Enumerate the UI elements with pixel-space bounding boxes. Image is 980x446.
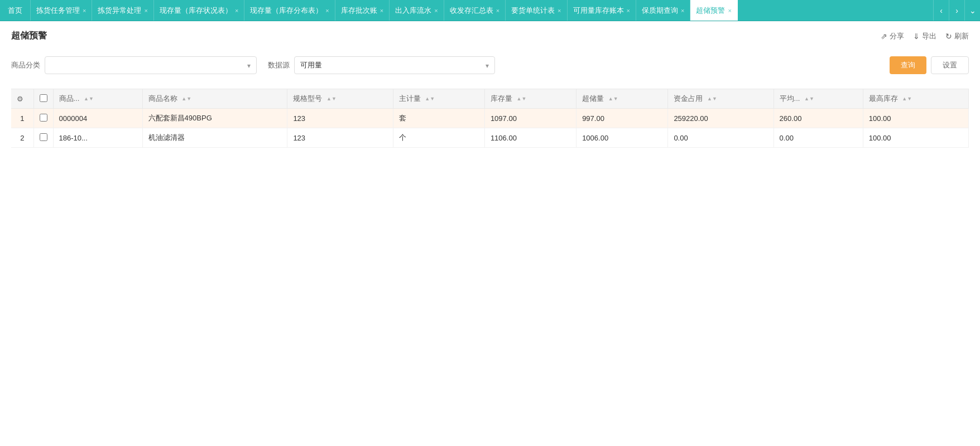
category-chevron-icon <box>247 61 251 70</box>
datasource-filter-group: 数据源 可用量 <box>268 56 495 74</box>
col-overstock[interactable]: 超储量 ▲▼ <box>577 89 668 109</box>
close-tab-9[interactable]: × <box>681 7 684 14</box>
share-icon: ⇗ <box>881 32 887 41</box>
query-button[interactable]: 查询 <box>890 56 926 74</box>
category-filter-group: 商品分类 <box>11 56 257 74</box>
sort-avg-icon: ▲▼ <box>804 96 814 101</box>
share-action[interactable]: ⇗ 分享 <box>881 31 904 41</box>
data-table: ⚙ 商品... ▲▼ 商品名称 ▲▼ 规格型号 ▲▼ 主计量 <box>11 89 969 148</box>
page-header: 超储预警 ⇗ 分享 ⇓ 导出 ↻ 刷新 <box>11 30 969 42</box>
nav-tab-5[interactable]: 出入库流水 × <box>390 0 444 21</box>
category-label: 商品分类 <box>11 60 40 70</box>
row-product-code: 0000004 <box>53 109 142 128</box>
col-settings[interactable]: ⚙ <box>11 89 33 109</box>
row-number: 2 <box>11 128 33 148</box>
header-actions: ⇗ 分享 ⇓ 导出 ↻ 刷新 <box>881 31 969 41</box>
row-stock: 1097.00 <box>484 109 576 128</box>
datasource-chevron-icon <box>486 61 489 70</box>
table-row: 2 186-10... 机油滤清器 123 个 1106.00 1006.00 … <box>11 128 969 148</box>
nav-prev-button[interactable]: ‹ <box>933 0 949 21</box>
col-product-code[interactable]: 商品... ▲▼ <box>53 89 142 109</box>
sort-product-code-icon: ▲▼ <box>84 96 94 101</box>
row-avg: 0.00 <box>774 128 863 148</box>
datasource-select-value: 可用量 <box>300 60 322 70</box>
nav-tab-9[interactable]: 保质期查询 × <box>636 0 690 21</box>
sort-spec-icon: ▲▼ <box>326 96 337 101</box>
nav-tab-10[interactable]: 超储预警 × <box>690 0 737 21</box>
close-tab-3[interactable]: × <box>325 7 329 14</box>
main-content: 超储预警 ⇗ 分享 ⇓ 导出 ↻ 刷新 商品分类 数据源 <box>0 21 980 446</box>
col-max-stock[interactable]: 最高库存 ▲▼ <box>863 89 968 109</box>
table-body: 1 0000004 六配套新昌490BPG 123 套 1097.00 997.… <box>11 109 969 148</box>
row-overstock: 1006.00 <box>577 128 668 148</box>
row-checkbox-cell <box>33 109 53 128</box>
refresh-icon: ↻ <box>945 32 952 41</box>
export-icon: ⇓ <box>913 32 920 41</box>
row-stock: 1106.00 <box>484 128 576 148</box>
row-unit: 套 <box>393 109 484 128</box>
col-stock[interactable]: 库存量 ▲▼ <box>484 89 576 109</box>
close-tab-5[interactable]: × <box>434 7 438 14</box>
row-spec: 123 <box>287 128 393 148</box>
refresh-action[interactable]: ↻ 刷新 <box>945 31 969 41</box>
nav-menu-button[interactable]: ⌄ <box>964 0 980 21</box>
row-checkbox[interactable] <box>40 133 47 141</box>
nav-tab-1[interactable]: 拣货异常处理 × <box>92 0 153 21</box>
nav-tab-4[interactable]: 库存批次账 × <box>335 0 390 21</box>
sort-overstock-icon: ▲▼ <box>608 96 618 101</box>
nav-tab-0[interactable]: 拣货任务管理 × <box>31 0 92 21</box>
close-tab-2[interactable]: × <box>235 7 238 14</box>
row-overstock: 997.00 <box>577 109 668 128</box>
sort-product-name-icon: ▲▼ <box>181 96 191 101</box>
col-avg[interactable]: 平均... ▲▼ <box>774 89 863 109</box>
row-product-name: 六配套新昌490BPG <box>142 109 287 128</box>
nav-home[interactable]: 首页 <box>0 0 31 21</box>
table-header-row: ⚙ 商品... ▲▼ 商品名称 ▲▼ 规格型号 ▲▼ 主计量 <box>11 89 969 109</box>
row-max-stock: 100.00 <box>863 109 968 128</box>
category-select[interactable] <box>45 56 257 74</box>
nav-arrows: ‹ › ⌄ <box>933 0 980 21</box>
close-tab-10[interactable]: × <box>728 7 731 14</box>
sort-capital-icon: ▲▼ <box>707 96 717 101</box>
row-capital: 0.00 <box>668 128 774 148</box>
sort-max-stock-icon: ▲▼ <box>902 96 912 101</box>
page-title: 超储预警 <box>11 30 47 42</box>
nav-tab-6[interactable]: 收发存汇总表 × <box>444 0 506 21</box>
row-capital: 259220.00 <box>668 109 774 128</box>
close-tab-7[interactable]: × <box>558 7 561 14</box>
export-action[interactable]: ⇓ 导出 <box>913 31 936 41</box>
table-row: 1 0000004 六配套新昌490BPG 123 套 1097.00 997.… <box>11 109 969 128</box>
filter-row: 商品分类 数据源 可用量 查询 设置 <box>11 51 969 80</box>
row-spec: 123 <box>287 109 393 128</box>
sort-unit-icon: ▲▼ <box>425 96 435 101</box>
top-nav: 首页 拣货任务管理 × 拣货异常处理 × 现存量（库存状况表） × 现存量（库存… <box>0 0 980 21</box>
col-unit[interactable]: 主计量 ▲▼ <box>393 89 484 109</box>
datasource-select[interactable]: 可用量 <box>294 56 495 74</box>
close-tab-8[interactable]: × <box>627 7 630 14</box>
row-product-code: 186-10... <box>53 128 142 148</box>
nav-tab-2[interactable]: 现存量（库存状况表） × <box>154 0 244 21</box>
close-tab-6[interactable]: × <box>496 7 499 14</box>
col-product-name[interactable]: 商品名称 ▲▼ <box>142 89 287 109</box>
datasource-label: 数据源 <box>268 60 290 70</box>
select-all-checkbox[interactable] <box>40 94 47 102</box>
row-unit: 个 <box>393 128 484 148</box>
close-tab-1[interactable]: × <box>144 7 147 14</box>
row-number: 1 <box>11 109 33 128</box>
row-max-stock: 100.00 <box>863 128 968 148</box>
sort-stock-icon: ▲▼ <box>517 96 527 101</box>
close-tab-0[interactable]: × <box>83 7 86 14</box>
close-tab-4[interactable]: × <box>380 7 383 14</box>
nav-tab-7[interactable]: 要货单统计表 × <box>506 0 567 21</box>
nav-tab-8[interactable]: 可用量库存账本 × <box>568 0 636 21</box>
row-checkbox[interactable] <box>40 114 47 122</box>
nav-tab-3[interactable]: 现存量（库存分布表） × <box>244 0 335 21</box>
col-capital[interactable]: 资金占用 ▲▼ <box>668 89 774 109</box>
settings-button[interactable]: 设置 <box>931 56 969 74</box>
filter-btn-group: 查询 设置 <box>890 56 969 74</box>
row-product-name: 机油滤清器 <box>142 128 287 148</box>
nav-next-button[interactable]: › <box>949 0 964 21</box>
row-checkbox-cell <box>33 128 53 148</box>
col-spec[interactable]: 规格型号 ▲▼ <box>287 89 393 109</box>
row-avg: 260.00 <box>774 109 863 128</box>
